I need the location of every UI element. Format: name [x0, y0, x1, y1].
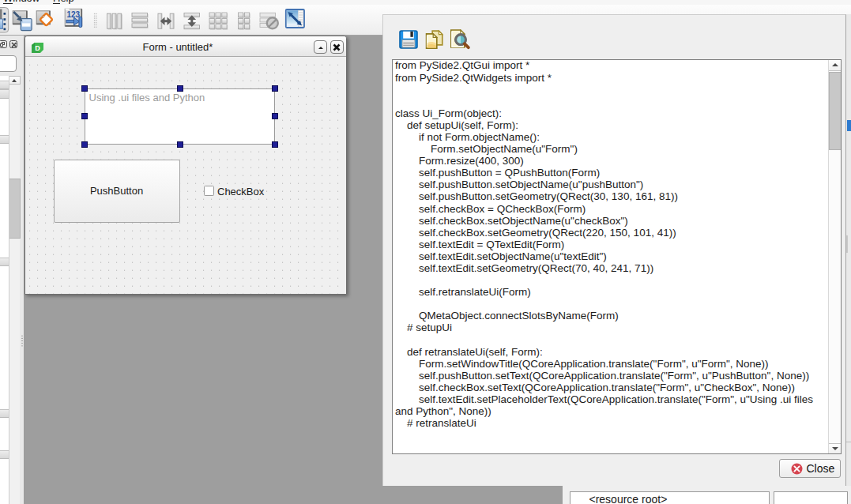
- svg-text:123: 123: [66, 10, 80, 19]
- svg-text:D: D: [35, 44, 40, 52]
